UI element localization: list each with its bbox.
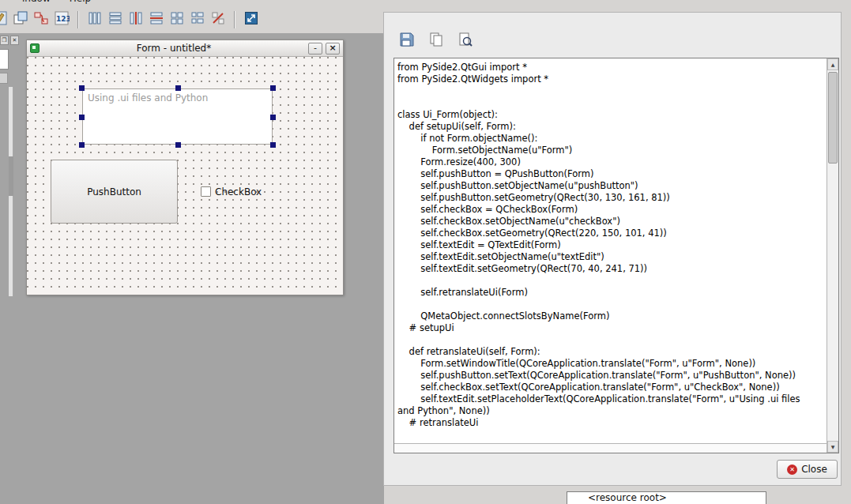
toolbar-button-adjust-size[interactable] — [241, 9, 262, 30]
toolbar-button-layout-form[interactable] — [187, 9, 208, 30]
dock-float-button[interactable]: ❐ — [0, 36, 9, 45]
copy-icon — [428, 32, 444, 50]
toolbar-button-edit-tab-order[interactable]: 123 — [51, 9, 72, 30]
scroll-up-icon[interactable]: ▲ — [827, 58, 838, 70]
checkbox-indicator[interactable] — [201, 186, 211, 197]
dock-header-fragment — [0, 73, 8, 84]
vertical-scrollbar[interactable]: ▲ ▼ — [827, 58, 838, 453]
layout-grid-icon — [169, 10, 185, 28]
qt-designer-window: { "menubar": { "window_label": "indow", … — [0, 0, 851, 504]
pushbutton-widget[interactable]: PushButton — [51, 160, 178, 224]
toolbar-button-layout-horizontal[interactable] — [85, 9, 105, 30]
layout-vertical-splitter-icon — [149, 10, 164, 28]
find-button[interactable] — [455, 30, 476, 51]
copy-button[interactable] — [426, 30, 446, 51]
toolbar-button-layout-horizontal-splitter[interactable] — [126, 9, 146, 30]
dock-close-button[interactable]: ✕ — [10, 36, 19, 45]
raise-widgets-icon — [13, 10, 28, 28]
dock-titlebar-buttons: ❐ ✕ — [0, 36, 19, 45]
dock-filter-box[interactable] — [0, 49, 9, 70]
save-button[interactable] — [397, 30, 417, 51]
layout-form-icon — [190, 10, 205, 28]
layout-horizontal-icon — [87, 10, 103, 28]
edit-buddies-icon — [33, 10, 49, 28]
close-circle-icon: ✕ — [787, 465, 797, 475]
toolbar-button-edit-buddies[interactable] — [31, 9, 51, 30]
form-icon — [30, 43, 40, 53]
form-canvas[interactable]: Using .ui files and Python PushButton Ch… — [27, 57, 343, 294]
form-close-button[interactable]: × — [326, 43, 340, 55]
vertical-scrollbar-thumb[interactable] — [828, 72, 838, 164]
find-icon — [458, 32, 473, 50]
code-preview-dialog: from PySide2.QtGui import * from PySide2… — [383, 12, 842, 486]
menu-help[interactable]: Help — [70, 0, 91, 4]
toolbar-button-raise-widgets[interactable] — [10, 9, 31, 30]
scroll-down-icon[interactable]: ▼ — [827, 441, 838, 453]
toolbar-button-layout-vertical[interactable] — [105, 9, 126, 30]
edit-widgets-icon — [0, 10, 8, 28]
form-designer-window: Form - untitled* - × Using .ui files and… — [26, 39, 344, 295]
toolbar-button-layout-grid[interactable] — [167, 9, 187, 30]
close-button[interactable]: ✕ Close — [777, 460, 838, 479]
svg-text:123: 123 — [56, 15, 70, 23]
checkbox-label: CheckBox — [215, 186, 262, 197]
adjust-size-icon — [243, 10, 259, 28]
toolbar-button-layout-vertical-splitter[interactable] — [146, 9, 167, 30]
break-layout-icon — [210, 10, 226, 28]
close-button-label: Close — [801, 464, 827, 475]
menubar: indow Help — [0, 0, 237, 5]
layout-horizontal-splitter-icon — [128, 10, 144, 28]
code-view[interactable]: from PySide2.QtGui import * from PySide2… — [393, 58, 839, 453]
dialog-toolbar — [397, 30, 476, 51]
form-minimize-button[interactable]: - — [308, 43, 322, 55]
main-toolbar: 123 — [0, 6, 384, 33]
edit-tab-order-icon: 123 — [54, 10, 70, 28]
menu-window[interactable]: indow — [22, 0, 51, 4]
form-window-titlebar[interactable]: Form - untitled* - × — [27, 40, 343, 57]
code-text[interactable]: from PySide2.QtGui import * from PySide2… — [394, 58, 826, 443]
checkbox-widget[interactable]: CheckBox — [201, 175, 281, 208]
toolbar-button-edit-widgets[interactable] — [0, 9, 10, 30]
toolbar-separator — [77, 11, 79, 28]
dock-scrollbar-thumb[interactable] — [9, 156, 13, 196]
resource-root-item[interactable]: <resource root> — [567, 491, 766, 504]
layout-vertical-icon — [107, 10, 123, 28]
save-icon — [399, 32, 415, 50]
toolbar-button-break-layout[interactable] — [208, 9, 228, 30]
toolbar-separator — [234, 11, 235, 28]
horizontal-scrollbar[interactable] — [394, 443, 827, 453]
textedit-widget[interactable]: Using .ui files and Python — [82, 88, 273, 145]
form-window-title: Form - untitled* — [43, 43, 305, 54]
dock-scrollbar[interactable] — [9, 87, 13, 296]
